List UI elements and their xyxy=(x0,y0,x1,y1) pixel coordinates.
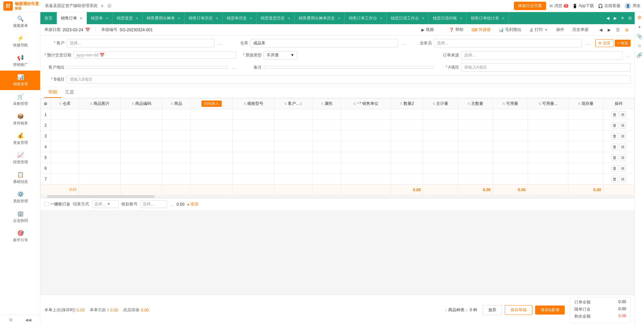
copy-row-icon[interactable]: ⊞ xyxy=(619,122,626,129)
tab-workbench-close[interactable]: ✕ xyxy=(380,16,382,20)
row-unit[interactable] xyxy=(341,109,391,120)
row-qty2[interactable] xyxy=(391,120,423,131)
row-code[interactable] xyxy=(120,120,162,131)
tab-stats-close[interactable]: ✕ xyxy=(502,16,504,20)
tab-fee-hist-close[interactable]: ✕ xyxy=(338,16,340,20)
row-image[interactable] xyxy=(79,131,120,141)
table-scrollbar[interactable] xyxy=(40,195,635,198)
row-unit[interactable] xyxy=(341,141,391,152)
sidebar-item-enterprise[interactable]: 🏢 企业协同 xyxy=(0,207,40,227)
warehouse-more-btn[interactable]: … xyxy=(402,40,406,46)
account-more-btn[interactable]: … xyxy=(170,202,174,207)
row-main-unit[interactable] xyxy=(423,152,458,163)
row-available[interactable] xyxy=(493,120,528,131)
address-more-btn[interactable]: … xyxy=(231,65,236,70)
row-product[interactable] xyxy=(162,174,190,185)
sidebar-item-sales[interactable]: 📊 销售管理 xyxy=(0,71,40,90)
view-btn[interactable]: ▶ 视频 xyxy=(419,26,436,33)
row-available[interactable] xyxy=(493,141,528,152)
add-material-btn[interactable]: + 物流 xyxy=(615,40,631,47)
row-main-qty[interactable] xyxy=(458,174,493,185)
row-current[interactable] xyxy=(568,152,603,163)
sort-property-icon[interactable]: ⇅ xyxy=(321,102,324,106)
row-image[interactable] xyxy=(79,120,120,131)
rt-star-icon[interactable]: ☆ xyxy=(636,42,644,50)
row-scan[interactable] xyxy=(190,174,232,185)
detail-tab-summary[interactable]: 汇总 xyxy=(61,87,78,98)
order-source-more-btn[interactable]: … xyxy=(626,52,631,58)
message-icon-item[interactable]: ✉ 消息 9 xyxy=(550,3,568,9)
row-product[interactable] xyxy=(162,109,190,120)
add-deposit-btn[interactable]: ● 添加 xyxy=(187,201,198,207)
delete-row-icon[interactable]: 🗑 xyxy=(611,144,618,150)
tab-return-hist[interactable]: 销货退货历史 ✕ xyxy=(257,12,295,24)
row-product[interactable] xyxy=(162,131,190,141)
sort-customer-icon[interactable]: ⇅ xyxy=(284,102,287,106)
rt-link-icon[interactable]: 🔗 xyxy=(636,51,644,59)
row-main-unit[interactable] xyxy=(423,174,458,185)
discard-btn[interactable]: 放弃 xyxy=(483,305,502,315)
tab-reconcile-close[interactable]: ✕ xyxy=(460,16,462,20)
system-dropdown-icon[interactable]: ▼ xyxy=(100,4,104,8)
sort-unit-icon[interactable]: ⇅ xyxy=(353,102,356,106)
row-customer[interactable] xyxy=(274,131,312,141)
customer-input[interactable]: 选择... xyxy=(67,39,215,47)
row-code[interactable] xyxy=(120,109,162,120)
tab-invoice-hist-close[interactable]: ✕ xyxy=(250,16,252,20)
sidebar-item-marketing[interactable]: 📢 营销推广 xyxy=(0,51,40,71)
sort-current-icon[interactable]: ⇅ xyxy=(578,102,580,106)
row-qty2[interactable] xyxy=(391,152,423,163)
sidebar-item-system[interactable]: ⚙️ 系统管理 xyxy=(0,188,40,207)
trial-btn[interactable]: 体验行业方案 xyxy=(514,2,546,10)
settings-icon[interactable]: ⚙ xyxy=(107,3,112,9)
row-scan[interactable] xyxy=(190,120,232,131)
copy-row-icon[interactable]: ⊞ xyxy=(619,111,626,118)
save-new-btn[interactable]: 保存&新增 xyxy=(535,306,565,315)
row-qty2[interactable] xyxy=(391,131,423,141)
row-spec[interactable] xyxy=(233,109,274,120)
sidebar-item-search[interactable]: 🔍 搜索菜单 xyxy=(0,12,40,32)
row-unit[interactable] xyxy=(341,152,391,163)
scan-btn[interactable]: 扫码录入 xyxy=(201,100,222,107)
row-warehouse[interactable] xyxy=(51,163,79,174)
tab-daily-cash-close[interactable]: ✕ xyxy=(422,16,424,20)
row-available2[interactable] xyxy=(528,120,568,131)
row-available2[interactable] xyxy=(528,163,568,174)
history-btn[interactable]: 历史单据 xyxy=(570,26,591,33)
sidebar-item-quicknav[interactable]: ⚡ 快捷导航 xyxy=(0,32,40,51)
salesman-input[interactable]: 选择... xyxy=(434,39,582,47)
list-view-btn[interactable]: ☰ xyxy=(614,27,622,33)
calendar-icon[interactable]: 📅 xyxy=(85,28,90,32)
row-customer[interactable] xyxy=(274,141,312,152)
delete-row-icon[interactable]: 🗑 xyxy=(611,133,618,139)
row-scan[interactable] xyxy=(190,109,232,120)
sidebar-collapse-icon[interactable]: ◀◀ xyxy=(25,318,31,322)
row-main-unit[interactable] xyxy=(423,131,458,141)
row-product[interactable] xyxy=(162,120,190,131)
row-scan[interactable] xyxy=(190,152,232,163)
row-spec[interactable] xyxy=(233,163,274,174)
row-unit[interactable] xyxy=(341,131,391,141)
copy-row-icon[interactable]: ⊞ xyxy=(619,165,626,172)
save-draft-btn[interactable]: 保存草稿 xyxy=(505,305,532,315)
row-scan[interactable] xyxy=(190,163,232,174)
sort-available-icon[interactable]: ⇅ xyxy=(502,102,505,106)
tab-sales-order-hist-close[interactable]: ✕ xyxy=(216,16,218,20)
th-settings[interactable]: ⚙ xyxy=(41,98,51,109)
tab-sales-fee-close[interactable]: ✕ xyxy=(178,16,180,20)
row-code[interactable] xyxy=(120,141,162,152)
tab-sales-fee[interactable]: 销售费用分摊单 ✕ xyxy=(143,12,185,24)
rt-add-icon[interactable]: + xyxy=(636,23,644,31)
tab-return-hist-close[interactable]: ✕ xyxy=(288,16,290,20)
tab-sales-return-close[interactable]: ✕ xyxy=(136,16,138,20)
sidebar-item-operation[interactable]: 📈 经营管理 xyxy=(0,149,40,168)
row-spec[interactable] xyxy=(233,141,274,152)
row-code[interactable] xyxy=(120,131,162,141)
row-available[interactable] xyxy=(493,152,528,163)
sidebar-item-basicinfo[interactable]: 📋 基础信息 xyxy=(0,168,40,188)
row-main-qty[interactable] xyxy=(458,163,493,174)
row-main-qty[interactable] xyxy=(458,109,493,120)
row-image[interactable] xyxy=(79,152,120,163)
row-unit[interactable] xyxy=(341,120,391,131)
row-current[interactable] xyxy=(568,141,603,152)
